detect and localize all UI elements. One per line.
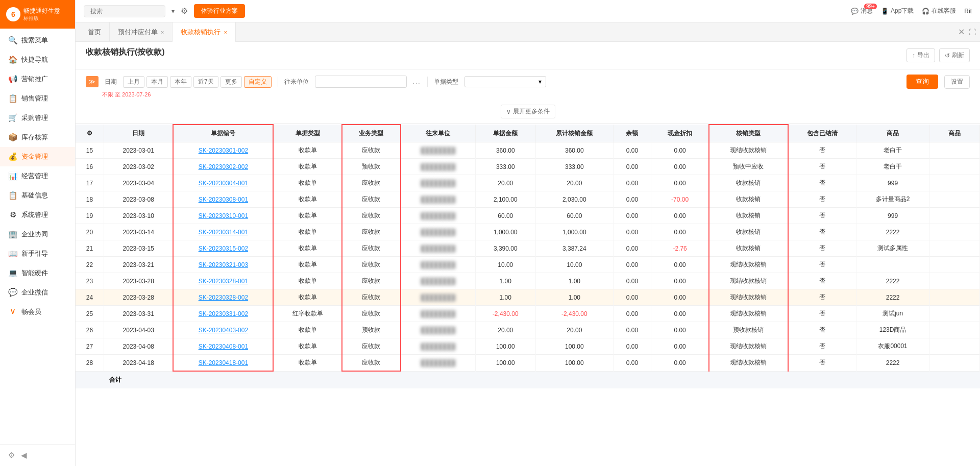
cell-biz-type: 应收款 [342,191,401,208]
cell-idx: 26 [76,322,104,338]
search-input[interactable] [84,5,165,17]
cell-cash-discount: 0.00 [651,208,709,224]
cell-idx: 22 [76,257,104,273]
cell-amount: 20.00 [475,322,535,338]
window-close-icon[interactable]: ✕ [958,27,965,37]
cell-offset-type: 现结收款核销 [709,142,788,159]
inventory-icon: 📦 [8,133,17,142]
sidebar-item-finance[interactable]: 💰 资金管理 [0,147,75,166]
cell-cash-discount: 0.00 [651,355,709,372]
table-row: 18 2023-03-08 SK-20230308-001 收款单 应收款 ██… [76,191,980,208]
settings-icon[interactable]: ⚙ [8,451,15,460]
main-content: ▾ ⚙ 体验行业方案 💬 消息 99+ 📱 App下载 🎧 在线客服 Rit 首… [76,0,980,466]
tab-collection-close[interactable]: × [224,29,227,35]
cell-doc-no[interactable]: SK-20230408-001 [173,338,273,355]
col-settings[interactable]: ⚙ [76,125,104,142]
filter-expand-btn[interactable]: ≫ [86,76,99,87]
sidebar: 6 畅捷通好生意 标推版 🔍 搜索菜单 🏠 快捷导航 📢 营销推广 📋 销售管理… [0,0,76,466]
sidebar-item-basic[interactable]: 📋 基础信息 [0,186,75,205]
date-range-row: 不限 至 2023-07-26 [86,91,970,99]
voucher-type-select[interactable]: ▾ [464,76,546,87]
online-service-button[interactable]: 🎧 在线客服 [922,7,956,15]
cell-biz-type: 应收款 [342,142,401,159]
sidebar-item-wechat[interactable]: 💬 企业微信 [0,283,75,302]
query-button[interactable]: 查询 [906,75,938,89]
cell-goods: 2222 [856,355,929,372]
last-7days-btn[interactable]: 近7天 [193,76,218,88]
cell-idx: 28 [76,355,104,372]
sidebar-item-label: 搜索菜单 [21,36,48,45]
sidebar-item-member[interactable]: V 畅会员 [0,302,75,322]
more-date-btn[interactable]: 更多 [220,76,242,88]
cell-amount: 60.00 [475,208,535,224]
separator-2 [427,77,428,87]
cell-offset-type: 现结收款核销 [709,355,788,372]
this-month-btn[interactable]: 本月 [146,76,168,88]
cell-doc-no[interactable]: SK-20230310-001 [173,208,273,224]
sidebar-item-search[interactable]: 🔍 搜索菜单 [0,31,75,50]
cell-doc-no[interactable]: SK-20230321-003 [173,257,273,273]
expand-more-btn[interactable]: ∨ 展开更多条件 [501,105,555,118]
tab-payable[interactable]: 预付冲应付单 × [110,22,173,42]
sidebar-item-system[interactable]: ⚙ 系统管理 [0,205,75,225]
cell-counterpart: ████████ [401,240,476,257]
cell-offset-type: 预收中应收 [709,159,788,175]
page-title: 收款核销执行(按收款) [86,47,165,58]
cell-doc-no[interactable]: SK-20230304-001 [173,175,273,191]
cell-balance: 0.00 [614,322,651,338]
sidebar-item-purchase[interactable]: 🛒 采购管理 [0,108,75,128]
counterpart-input[interactable] [315,76,407,88]
sidebar-item-marketing[interactable]: 📢 营销推广 [0,69,75,89]
cell-doc-no[interactable]: SK-20230403-002 [173,322,273,338]
window-expand-icon[interactable]: ⛶ [969,28,976,36]
filter-setting-btn[interactable]: 设置 [944,75,970,89]
cell-biz-type: 应收款 [342,240,401,257]
custom-date-btn[interactable]: 自定义 [244,76,272,88]
cell-doc-no[interactable]: SK-20230328-002 [173,289,273,306]
cell-doc-no[interactable]: SK-20230331-002 [173,306,273,322]
sidebar-item-label: 采购管理 [21,113,48,122]
cell-biz-type: 应收款 [342,338,401,355]
last-month-btn[interactable]: 上月 [123,76,144,88]
cell-offset-type: 收款核销 [709,208,788,224]
hardware-icon: 💻 [8,268,17,278]
app-download-button[interactable]: 📱 App下载 [881,7,914,15]
logo-text: 畅捷通好生意 [23,7,60,15]
marketing-icon: 📢 [8,75,17,84]
tab-home[interactable]: 首页 [80,22,110,42]
cell-doc-no[interactable]: SK-20230302-002 [173,159,273,175]
cell-total-offset: 10.00 [535,257,614,273]
this-year-btn[interactable]: 本年 [170,76,191,88]
solution-button[interactable]: 体验行业方案 [194,4,245,18]
cell-biz-type: 预收款 [342,322,401,338]
cell-counterpart: ████████ [401,175,476,191]
sidebar-item-inventory[interactable]: 📦 库存核算 [0,128,75,147]
tab-collection[interactable]: 收款核销执行 × [173,22,235,42]
sidebar-item-guide[interactable]: 📖 新手引导 [0,244,75,263]
sidebar-item-sales[interactable]: 📋 销售管理 [0,89,75,108]
cell-biz-type: 应收款 [342,355,401,372]
dropdown-trigger[interactable]: ▾ [172,8,175,15]
export-button[interactable]: ↑ 导出 [906,48,935,62]
messages-button[interactable]: 💬 消息 99+ [851,7,873,15]
page-content: 收款核销执行(按收款) ↑ 导出 ↺ 刷新 ≫ 日期 上月 本月 [76,42,980,466]
cell-doc-no[interactable]: SK-20230315-002 [173,240,273,257]
sidebar-item-corp[interactable]: 🏢 企业协同 [0,225,75,244]
cell-doc-no[interactable]: SK-20230314-001 [173,224,273,240]
col-doc-no: 单据编号 [173,125,273,142]
user-name[interactable]: Rit [964,8,972,15]
cell-doc-no[interactable]: SK-20230301-002 [173,142,273,159]
gear-icon[interactable]: ⚙ [181,6,188,16]
cell-doc-no[interactable]: SK-20230308-001 [173,191,273,208]
refresh-button[interactable]: ↺ 刷新 [939,48,970,62]
cell-doc-no[interactable]: SK-20230328-001 [173,273,273,289]
sidebar-item-quick[interactable]: 🏠 快捷导航 [0,50,75,69]
cell-goods2 [929,338,980,355]
sidebar-item-business[interactable]: 📊 经营管理 [0,166,75,186]
sidebar-item-hardware[interactable]: 💻 智能硬件 [0,263,75,283]
tab-payable-close[interactable]: × [161,29,164,35]
cell-doc-no[interactable]: SK-20230418-001 [173,355,273,372]
cell-biz-type: 预收款 [342,159,401,175]
table-footer-row: 合计 [76,371,980,388]
collapse-icon[interactable]: ◀ [21,451,27,460]
